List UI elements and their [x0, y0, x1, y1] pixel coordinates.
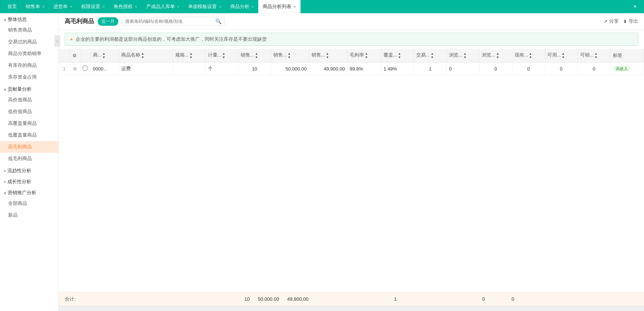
nav-close-icon[interactable]: × — [135, 4, 137, 9]
nav-item-单据模板设置[interactable]: 单据模板设置× — [184, 0, 226, 13]
col-num — [59, 49, 70, 62]
cell-browse2: 0 — [479, 62, 512, 75]
search-input[interactable] — [125, 19, 215, 24]
sort-icon[interactable]: ▲▼ — [398, 52, 401, 59]
sidebar-item-高价值商品[interactable]: 高价值商品 — [0, 94, 58, 106]
sidebar-item-商品分类助销率[interactable]: 商品分类助销率 — [0, 48, 58, 59]
page-title: 高毛利商品 — [65, 18, 94, 25]
row-checkbox[interactable] — [83, 66, 87, 70]
nav-item-角色授权[interactable]: 角色授权× — [109, 0, 141, 13]
col-header-salesQty[interactable]: 销售...▲▼ — [238, 49, 271, 62]
sidebar-item-低毛利商品[interactable]: 低毛利商品 — [0, 153, 58, 164]
sidebar-item-低覆盖量商品[interactable]: 低覆盖量商品 — [0, 129, 58, 141]
top-navigation: 首页销售单×进货单×权限设置×角色授权×产成品入库单×单据模板设置×商品分析×商… — [0, 0, 644, 13]
col-header-name[interactable]: 商品名称▲▼ — [119, 49, 173, 62]
nav-item-进货单[interactable]: 进货单× — [49, 0, 76, 13]
col-header-salesAmt[interactable]: 销售...▲▼ — [271, 49, 309, 62]
info-icon: ✦ — [69, 37, 73, 42]
col-header-coverage[interactable]: 覆盖...▲▼ — [381, 49, 414, 62]
nav-item-权限设置[interactable]: 权限设置× — [77, 0, 109, 13]
col-header-availableStock[interactable]: 可用...▲▼ — [545, 49, 578, 62]
sort-icon[interactable]: ▲▼ — [496, 52, 499, 59]
sort-icon[interactable]: ▲▼ — [594, 52, 598, 59]
sidebar-group-整体信息[interactable]: ∨整体信息 — [0, 13, 58, 24]
nav-close-icon[interactable]: × — [252, 4, 254, 9]
nav-close-icon[interactable]: × — [177, 4, 179, 9]
nav-close-icon[interactable]: × — [294, 4, 296, 9]
sort-icon[interactable]: ▲▼ — [288, 52, 291, 59]
sidebar-item-有库存的商品[interactable]: 有库存的商品 — [0, 59, 58, 71]
sort-icon[interactable]: ▲▼ — [222, 52, 226, 59]
nav-close-icon[interactable]: × — [70, 4, 72, 9]
col-header-saleableStock[interactable]: 可销...▲▼ — [578, 49, 610, 62]
search-icon[interactable]: 🔍 — [215, 18, 222, 24]
sort-icon[interactable]: ▲▼ — [431, 52, 434, 59]
nav-close-icon[interactable]: × — [42, 4, 44, 9]
group-label: 成长性分析 — [7, 178, 31, 185]
col-header-spec[interactable]: 规格...▲▼ — [173, 49, 205, 62]
col-header-code[interactable]: 商...▲▼ — [90, 49, 119, 62]
sidebar-item-全部商品[interactable]: 全部商品 — [0, 198, 58, 209]
period-button[interactable]: 近一月 — [98, 17, 118, 26]
col-header-browse1[interactable]: 浏览...▲▼ — [447, 49, 479, 62]
nav-item-销售单[interactable]: 销售单× — [21, 0, 49, 13]
col-header-currentStock[interactable]: 现有...▲▼ — [512, 49, 545, 62]
export-button[interactable]: ⬇ 导出 — [623, 18, 638, 25]
nav-close-icon[interactable]: × — [219, 4, 221, 9]
bottom-scrollbar[interactable] — [59, 306, 644, 311]
content-header: 高毛利商品 近一月 🔍 ↗ 分享 ⬇ 导出 — [59, 13, 644, 30]
sort-icon[interactable]: ▲▼ — [463, 52, 467, 59]
col-header-tag: 标签 — [610, 49, 644, 62]
cell-spec — [173, 62, 205, 75]
sort-icon[interactable]: ▲▼ — [529, 52, 532, 59]
sidebar-item-新品[interactable]: 新品 — [0, 209, 58, 221]
table-row[interactable]: 1⚙0000...运费个1050,000.0049,900.0099.8%1.4… — [59, 62, 644, 75]
browse1-link[interactable]: 0 — [449, 66, 451, 72]
cell-salesQty: 10 — [238, 62, 271, 75]
cell-salesProfit: 49,900.00 — [309, 62, 347, 75]
nav-item-产成品入库单[interactable]: 产成品入库单× — [142, 0, 184, 13]
nav-item-商品分析列表[interactable]: 商品分析列表× — [258, 0, 300, 13]
nav-item-首页[interactable]: 首页 — [3, 0, 21, 13]
sidebar-group-营销推广分析[interactable]: ∨营销推广分析 — [0, 187, 58, 198]
footer-availableStock: 0 — [487, 296, 517, 302]
nav-item-商品分析[interactable]: 商品分析× — [226, 0, 258, 13]
sidebar-item-交易过的商品[interactable]: 交易过的商品 — [0, 36, 58, 48]
sort-icon[interactable]: ▲▼ — [326, 52, 329, 59]
sidebar-item-销售类商品[interactable]: 销售类商品 — [0, 24, 58, 36]
sidebar-item-高毛利商品[interactable]: 高毛利商品 — [0, 141, 58, 153]
data-table-wrapper: ⚙商...▲▼商品名称▲▼规格...▲▼计量...▲▼销售...▲▼销售...▲… — [59, 49, 644, 292]
sidebar-collapse-button[interactable]: « — [54, 35, 60, 47]
sidebar-group-贡献量分析[interactable]: ∨贡献量分析 — [0, 83, 58, 94]
sort-icon[interactable]: ▲▼ — [102, 52, 105, 59]
footer-currentStock: 0 — [458, 296, 487, 302]
data-table: ⚙商...▲▼商品名称▲▼规格...▲▼计量...▲▼销售...▲▼销售...▲… — [59, 49, 644, 75]
col-header-unit[interactable]: 计量...▲▼ — [205, 49, 238, 62]
col-header-tradeCount[interactable]: 交易...▲▼ — [414, 49, 447, 62]
sidebar-item-低价值商品[interactable]: 低价值商品 — [0, 106, 58, 117]
window-close-button[interactable]: × — [629, 3, 641, 10]
sort-icon[interactable]: ▲▼ — [365, 52, 368, 59]
sort-icon[interactable]: ▲▼ — [255, 52, 258, 59]
sidebar-group-流趋性分析[interactable]: >流趋性分析 — [0, 164, 58, 176]
sidebar-group-成长性分析[interactable]: >成长性分析 — [0, 176, 58, 187]
share-button[interactable]: ↗ 分享 — [604, 18, 619, 25]
export-icon: ⬇ — [623, 19, 627, 24]
group-label: 流趋性分析 — [7, 167, 31, 174]
nav-close-icon[interactable]: × — [102, 4, 105, 9]
cell-browse1[interactable]: 0 — [447, 62, 479, 75]
col-header-settings: ⚙ — [70, 49, 80, 62]
col-header-salesProfit[interactable]: 销售...▲▼ — [309, 49, 347, 62]
col-header-grossRate[interactable]: 毛利率▲▼ — [347, 49, 381, 62]
sort-icon[interactable]: ▲▼ — [562, 52, 565, 59]
cell-checkbox[interactable] — [80, 62, 90, 75]
row-number: 1 — [59, 62, 70, 75]
content-area: 高毛利商品 近一月 🔍 ↗ 分享 ⬇ 导出 ✦ 企业的主要的利润都是这部分商品创… — [59, 13, 644, 311]
cell-settings[interactable]: ⚙ — [70, 62, 80, 75]
sort-icon[interactable]: ▲▼ — [189, 52, 193, 59]
chevron-down-icon: ∨ — [4, 191, 6, 195]
sidebar-item-高覆盖量商品[interactable]: 高覆盖量商品 — [0, 117, 58, 129]
sidebar-item-库存资金占用[interactable]: 库存资金占用 — [0, 71, 58, 83]
col-header-browse2[interactable]: 浏览...▲▼ — [479, 49, 512, 62]
sort-icon[interactable]: ▲▼ — [141, 52, 144, 59]
